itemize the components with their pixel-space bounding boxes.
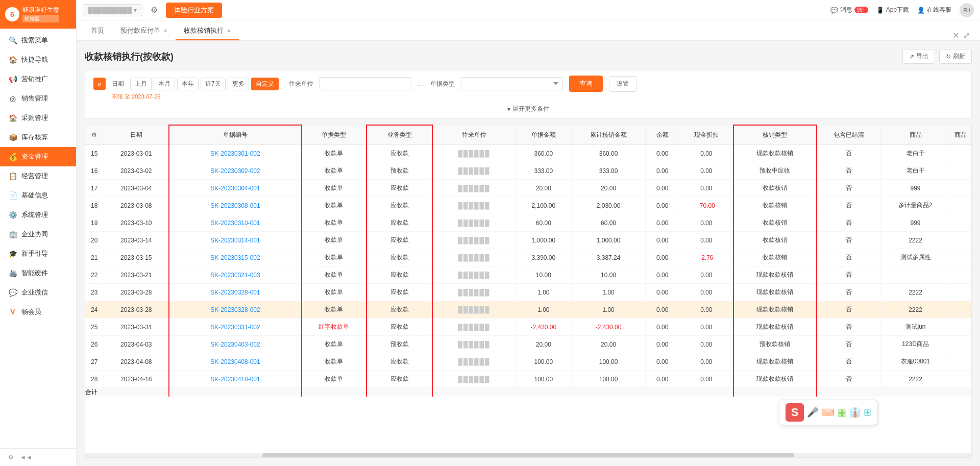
sn-link[interactable]: SK-20230302-002: [210, 167, 260, 175]
settings-icon[interactable]: ⚙: [8, 454, 14, 461]
filter-expand-btn[interactable]: »: [93, 78, 106, 90]
date-this-year[interactable]: 本年: [177, 78, 199, 90]
cell-goods: 2222: [881, 284, 950, 301]
message-action[interactable]: 💬 消息 99+: [830, 6, 868, 14]
sidebar-item-guide[interactable]: 🎓 新手引导: [0, 244, 76, 263]
footer-type: [302, 388, 366, 397]
cell-balance: 0.00: [645, 162, 679, 180]
workspace-select[interactable]: ██████████ ▾: [83, 4, 142, 16]
sidebar-item-corp[interactable]: 🏢 企业协同: [0, 225, 76, 244]
industry-btn[interactable]: 体验行业方案: [166, 3, 222, 18]
cell-amount: 20.00: [516, 336, 572, 353]
expand-more-btn[interactable]: ▾ 展开更多条件: [507, 105, 549, 113]
online-service-action[interactable]: 👤 在线客服: [917, 6, 951, 14]
sn-link[interactable]: SK-20230310-001: [210, 219, 260, 227]
more-dots: ...: [418, 79, 424, 88]
date-this-month[interactable]: 本月: [154, 78, 175, 90]
doc-type-select[interactable]: [461, 77, 563, 90]
sidebar-item-operation[interactable]: 📋 经营管理: [0, 166, 76, 186]
tab-collection[interactable]: 收款核销执行 ✕: [176, 22, 239, 40]
sn-link[interactable]: SK-20230331-002: [210, 324, 260, 331]
app-badge: 标推版: [22, 15, 59, 22]
date-custom[interactable]: 自定义: [251, 78, 279, 90]
sidebar-item-system[interactable]: ⚙️ 系统管理: [0, 205, 76, 225]
sidebar-item-member[interactable]: V 畅会员: [0, 302, 76, 322]
sidebar-item-wechat[interactable]: 💬 企业微信: [0, 283, 76, 302]
sn-link[interactable]: SK-20230315-002: [210, 254, 260, 261]
sidebar-item-basic[interactable]: 📄 基础信息: [0, 186, 76, 205]
query-btn[interactable]: 查询: [569, 76, 603, 92]
th-amount[interactable]: 单据金额: [516, 125, 572, 145]
partner-input[interactable]: [320, 77, 411, 90]
sidebar-item-search[interactable]: 🔍 搜索菜单: [0, 31, 76, 50]
sn-link[interactable]: SK-20230328-001: [210, 289, 260, 296]
hardware-icon: 🖨️: [8, 269, 17, 277]
settings-btn[interactable]: 设置: [609, 76, 636, 92]
cell-goods2: [950, 214, 971, 232]
sidebar-item-finance[interactable]: 💰 资金管理: [0, 147, 76, 166]
th-include-settled[interactable]: 包含已结清: [817, 125, 881, 145]
cell-amount: 10.00: [516, 266, 572, 284]
cell-type: 收款单: [302, 180, 366, 197]
th-goods2[interactable]: 商品: [950, 125, 971, 145]
th-balance[interactable]: 余额: [645, 125, 679, 145]
th-date[interactable]: 日期: [104, 125, 169, 145]
sn-link[interactable]: SK-20230328-002: [210, 306, 260, 313]
export-btn[interactable]: ↗ 导出: [902, 49, 935, 64]
cell-type: 收款单: [302, 232, 366, 249]
sidebar-item-inventory[interactable]: 📦 库存核算: [0, 128, 76, 147]
close-window-icon[interactable]: ✕: [952, 31, 959, 40]
tab-home[interactable]: 首页: [83, 22, 112, 40]
tab-collection-close[interactable]: ✕: [227, 28, 231, 34]
cell-goods2: [950, 318, 971, 336]
sn-link[interactable]: SK-20230321-003: [210, 272, 260, 279]
gear-icon[interactable]: ⚙: [146, 3, 162, 17]
sidebar-item-sales[interactable]: ◎ 销售管理: [0, 89, 76, 108]
tab-prepay[interactable]: 预付款应付单 ✕: [112, 22, 176, 40]
tab-prepay-close[interactable]: ✕: [163, 28, 167, 34]
data-table: ⚙ 日期 单据编号 单据类型 业务类型 往来单位 单据金额 累计核销金额 余额 …: [85, 124, 972, 458]
cell-balance: 0.00: [645, 266, 679, 284]
collapse-icon[interactable]: ◄◄: [20, 454, 32, 461]
sn-link[interactable]: SK-20230408-001: [210, 358, 260, 365]
sidebar-item-hardware[interactable]: 🖨️ 智能硬件: [0, 263, 76, 283]
cell-write-off-type: 收款核销: [733, 197, 816, 214]
refresh-btn[interactable]: ↻ 刷新: [939, 49, 972, 64]
user-avatar[interactable]: Rit: [960, 3, 974, 17]
horizontal-scrollbar[interactable]: [85, 453, 971, 457]
date-prev-month[interactable]: 上月: [130, 78, 152, 90]
cell-date: 2023-03-28: [104, 301, 169, 318]
th-goods[interactable]: 商品: [881, 125, 950, 145]
th-partner[interactable]: 往来单位: [432, 125, 515, 145]
cell-biz-type: 应收款: [366, 266, 433, 284]
sn-link[interactable]: SK-20230304-001: [210, 185, 260, 192]
basic-icon: 📄: [8, 191, 17, 200]
sidebar-item-marketing[interactable]: 📢 营销推广: [0, 69, 76, 89]
refresh-icon: ↻: [946, 53, 951, 60]
th-write-off-type[interactable]: 核销类型: [733, 125, 816, 145]
cell-sn: SK-20230331-002: [169, 318, 302, 336]
date-7days[interactable]: 近7天: [201, 78, 226, 90]
cell-partner: ██████: [432, 318, 515, 336]
sidebar-item-nav[interactable]: 🏠 快捷导航: [0, 50, 76, 69]
th-type[interactable]: 单据类型: [302, 125, 366, 145]
scrollbar-thumb[interactable]: [262, 453, 794, 457]
table-scroll[interactable]: ⚙ 日期 单据编号 单据类型 业务类型 往来单位 单据金额 累计核销金额 余额 …: [85, 125, 971, 453]
sn-link[interactable]: SK-20230314-001: [210, 237, 260, 244]
cell-write-off-type: 现款收款核销: [733, 266, 816, 284]
sn-link[interactable]: SK-20230418-001: [210, 376, 260, 383]
header-actions: ↗ 导出 ↻ 刷新: [902, 49, 972, 64]
th-discount[interactable]: 现金折扣: [679, 125, 733, 145]
sn-link[interactable]: SK-20230308-001: [210, 202, 260, 209]
sn-link[interactable]: SK-20230403-002: [210, 341, 260, 348]
date-more[interactable]: 更多: [228, 78, 249, 90]
th-sn[interactable]: 单据编号: [169, 125, 302, 145]
maximize-icon[interactable]: ⤢: [963, 31, 970, 40]
sidebar-item-purchase[interactable]: 🏠 采购管理: [0, 108, 76, 128]
app-download-action[interactable]: 📱 App下载: [876, 6, 909, 14]
th-biz-type[interactable]: 业务类型: [366, 125, 433, 145]
inventory-icon: 📦: [8, 133, 17, 141]
th-accumulated[interactable]: 累计核销金额: [572, 125, 646, 145]
sn-link[interactable]: SK-20230301-002: [210, 150, 260, 157]
th-setting[interactable]: ⚙: [85, 125, 104, 145]
